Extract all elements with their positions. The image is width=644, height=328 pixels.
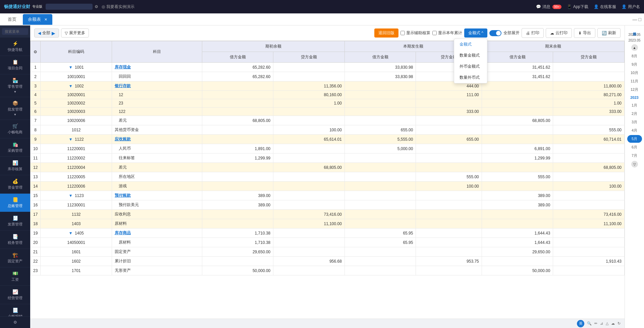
month-11[interactable]: 11月 [627, 77, 642, 85]
sidebar-item-payroll[interactable]: 💵 工资 [0, 267, 30, 286]
sidebar-item-wholesale[interactable]: 📦 批发管理 ▼ [0, 97, 30, 120]
top-settings-icon[interactable]: ⚙ [95, 4, 98, 9]
sidebar-item-ecommerce[interactable]: 🛒 小畅电商 [0, 120, 30, 138]
sidebar-search-input[interactable] [2, 28, 28, 35]
dropdown-item-foreign-amount[interactable]: 外币金额式 [454, 61, 487, 72]
month-9[interactable]: 9月 [627, 61, 642, 68]
bottom-zoom-icon[interactable]: 🔍 [587, 321, 592, 326]
expand-more-btn[interactable]: ▽ 展开更多 [61, 28, 89, 38]
expand-all-toggle[interactable]: 全部展开 [489, 30, 520, 36]
month-5[interactable]: 5月 [627, 135, 642, 143]
message-btn[interactable]: 💬 消息 99+ [536, 4, 561, 10]
sidebar-item-tax[interactable]: 📑 税务管理 [0, 231, 30, 249]
project-icon: 📋 [12, 59, 18, 65]
month-4[interactable]: 4月 [627, 127, 642, 134]
app-download-btn[interactable]: 📱 App下载 [567, 4, 588, 10]
subject-cell[interactable]: 库存商品 [112, 228, 202, 238]
sidebar-item-quick-nav[interactable]: ⚡ 快捷导航 [0, 38, 30, 56]
subject-cell[interactable]: 其他货币资金 [112, 125, 202, 135]
month-2[interactable]: 2月 [627, 110, 642, 118]
period-start[interactable]: 2023.05 [628, 32, 641, 37]
settings-col-header[interactable]: ⚙ [31, 41, 41, 63]
sidebar-item-retail[interactable]: 🏪 零售管理 ▼ [0, 74, 30, 97]
open-debit-cell: 389.00 [202, 191, 273, 200]
subject-cell[interactable]: 游戏 [112, 182, 202, 191]
curr-debit-cell [344, 191, 416, 200]
period-expand-up-btn[interactable]: ▲ [631, 44, 638, 51]
dropdown-item-qty-foreign[interactable]: 数量外币式 [454, 72, 487, 83]
show-aux-checkbox[interactable]: 显示辅助核算 [400, 30, 430, 36]
subject-cell[interactable]: 122 [112, 108, 202, 116]
subject-cell[interactable]: 预付款美元 [112, 200, 202, 210]
sidebar-item-purchase[interactable]: 🛍️ 采购管理 [0, 138, 30, 157]
sidebar-item-project-contract[interactable]: 📋 项目合同 [0, 56, 30, 74]
show-ytd-checkbox[interactable]: 显示本年累计 [432, 30, 462, 36]
demo-link[interactable]: ◎ 我要看实例演示 [102, 4, 135, 10]
subject-cell[interactable]: 应收利息 [112, 210, 202, 219]
bottom-cloud2-icon[interactable]: ☁ [611, 321, 615, 326]
sidebar-settings-btn[interactable]: ⚙ [0, 316, 30, 328]
toggle-control[interactable] [489, 30, 501, 36]
year-2023[interactable]: 2023 [627, 94, 642, 101]
minimize-btn[interactable]: — [633, 17, 637, 22]
close-credit-cell [553, 72, 625, 81]
print-btn[interactable]: 🖨 打印 [522, 28, 544, 38]
subject-cell[interactable]: 往来标签 [112, 153, 202, 163]
dropdown-item-amount[interactable]: 金额式 [454, 39, 487, 50]
bottom-refresh-icon[interactable]: ↻ [618, 321, 621, 326]
subject-cell[interactable]: 固定资产 [112, 247, 202, 257]
sidebar-item-invoice[interactable]: 🧾 发票管理 [0, 212, 30, 231]
amount-mode-btn[interactable]: 金额式 ^ [464, 28, 487, 38]
tab-close-icon[interactable]: ✕ [44, 17, 47, 21]
period-expand-down-btn[interactable]: ▽ [631, 161, 638, 168]
back-to-old-btn[interactable]: 退回旧版 [374, 28, 398, 38]
subject-cell[interactable]: 人民币 [112, 144, 202, 153]
subject-cell[interactable]: 回回回 [112, 72, 202, 81]
subject-cell[interactable]: 无形资产 [112, 266, 202, 275]
export-btn[interactable]: ⬇ 导出 [574, 28, 595, 38]
period-end[interactable]: 2023.05 [628, 38, 641, 43]
sidebar-item-fixed-assets[interactable]: 🏗️ 固定资产 [0, 249, 30, 267]
subject-cell[interactable]: 原材料 [112, 238, 202, 247]
subject-cell[interactable]: 预付账款 [112, 191, 202, 200]
month-1[interactable]: 1月 [627, 102, 642, 109]
table-row: 16 11230001 预付款美元 389.00 389.00 [31, 200, 625, 210]
subject-cell[interactable]: 银行存款 [112, 81, 202, 91]
top-search-input[interactable] [46, 4, 93, 10]
dropdown-item-qty-amount[interactable]: 数量金额式 [454, 50, 487, 61]
month-6[interactable]: 6月 [627, 143, 642, 151]
subject-cell[interactable]: 23 [112, 99, 202, 108]
sidebar-item-ledger[interactable]: 📒 总账管理 [0, 194, 30, 212]
tab-home[interactable]: 首页 [3, 14, 21, 25]
bottom-sync-icon[interactable]: ⊿ [600, 321, 603, 326]
subject-cell[interactable]: 所在地区 [112, 172, 202, 182]
refresh-btn[interactable]: 🔄 刷新 [597, 28, 621, 38]
user-avatar[interactable]: 👤 用户名 [622, 4, 640, 10]
subject-cell[interactable]: 原材料 [112, 219, 202, 228]
month-12[interactable]: 12月 [627, 86, 642, 93]
subject-cell[interactable]: 差元 [112, 163, 202, 172]
cloud-print-btn[interactable]: ☁ 云打印 [546, 28, 572, 38]
month-3[interactable]: 3月 [627, 118, 642, 126]
subject-cell[interactable]: 库存现金 [112, 63, 202, 72]
subject-cell[interactable]: 累计折旧 [112, 257, 202, 266]
sidebar-item-ops[interactable]: 📈 经营管理 [0, 286, 30, 304]
sidebar-item-sales-report[interactable]: 📃 小畅报销 [0, 304, 30, 316]
sidebar-item-inventory[interactable]: 📊 库存核算 [0, 157, 30, 175]
search-all-btn[interactable]: ◀ 全部 ▶ [34, 28, 59, 38]
sidebar-item-capital[interactable]: 💰 资金管理 [0, 175, 30, 194]
month-10[interactable]: 10月 [627, 69, 642, 77]
subject-cell[interactable]: 应收账款 [112, 135, 202, 144]
bottom-cloud-icon[interactable]: △ [606, 321, 608, 326]
bottom-lang-btn[interactable]: 英 [577, 320, 584, 327]
month-7[interactable]: 7月 [627, 152, 642, 159]
subject-cell[interactable]: 差元 [112, 116, 202, 125]
row-num-cell: 18 [31, 219, 41, 228]
bottom-edit-icon[interactable]: ✏ [594, 321, 597, 326]
month-8[interactable]: 8月 [627, 52, 642, 60]
tab-balance-sheet[interactable]: 余额表 ✕ [23, 14, 52, 25]
subject-cell[interactable]: 12 [112, 91, 202, 99]
online-service-btn[interactable]: 👤 在线客服 [594, 4, 616, 10]
curr-credit-cell: 655.00 [416, 135, 482, 144]
maximize-btn[interactable]: □ [639, 17, 641, 22]
